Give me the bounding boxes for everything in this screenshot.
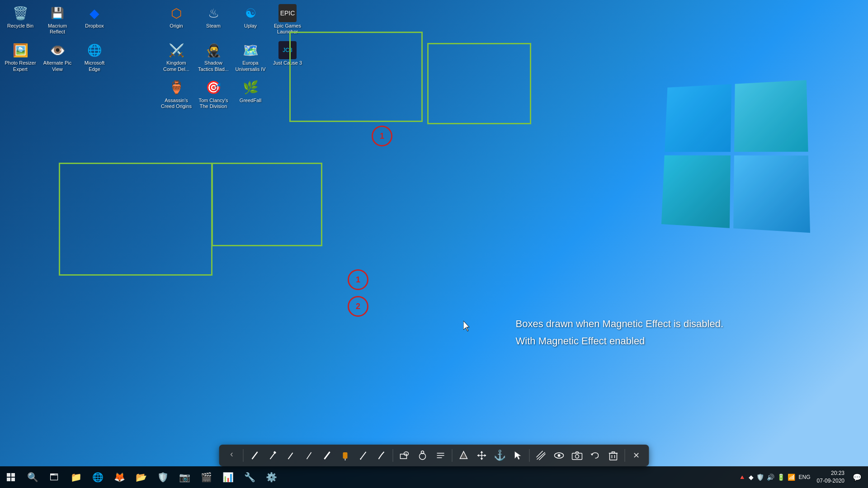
svg-point-30 [558, 454, 561, 457]
annotation-box-1b [427, 43, 531, 124]
divider-5 [625, 449, 625, 462]
toolbar-pen-3[interactable] [283, 447, 299, 464]
icon-alternate-pic[interactable]: 👁️ Alternate Pic View [39, 39, 75, 74]
toolbar-hatch[interactable] [533, 447, 549, 464]
svg-rect-7 [343, 452, 348, 459]
legend-text-1: Boxes drawn when Magnetic Effect is disa… [516, 318, 723, 330]
toolbar-pen-2[interactable] [265, 447, 281, 464]
toolbar-text-list[interactable] [433, 447, 449, 464]
svg-line-5 [307, 452, 311, 459]
toolbar-magnetic[interactable]: ⚓ [492, 447, 508, 464]
tray-icon-battery[interactable]: 🔋 [777, 474, 785, 481]
taskbar-app1[interactable]: 📷 [174, 466, 195, 488]
icon-tom-clancys[interactable]: 🎯 Tom Clancy's The Division [195, 77, 231, 111]
tray-icons: 🔺 ◆ 🛡️ 🔊 🔋 📶 [738, 474, 795, 481]
taskbar-app4[interactable]: 🔧 [239, 466, 260, 488]
desktop-icons-mid: ⬡ Origin ♨ Steam ☯ Uplay EPIC Epic Games… [158, 2, 306, 114]
divider-2 [393, 449, 393, 462]
taskbar-app2[interactable]: 🎬 [195, 466, 217, 488]
drawing-toolbar: › [219, 445, 649, 466]
divider-1 [243, 449, 244, 462]
icon-microsoft-edge[interactable]: 🌐 Microsoft Edge [76, 39, 113, 74]
tray-icon-sound[interactable]: 🔊 [767, 474, 774, 481]
svg-marker-22 [481, 458, 483, 460]
toolbar-undo[interactable] [587, 447, 604, 464]
desktop-icons-left: 🗑️ Recycle Bin 💾 Macrium Reflect ◆ Dropb… [2, 2, 113, 74]
toolbar-pen-1[interactable] [247, 447, 263, 464]
system-clock[interactable]: 20:23 07-09-2020 [814, 469, 847, 485]
toolbar-pen-6[interactable] [355, 447, 372, 464]
icon-photo-resizer[interactable]: 🖼️ Photo Resizer Expert [2, 39, 38, 74]
svg-line-10 [360, 459, 361, 460]
taskbar-antivirus[interactable]: 🛡️ [152, 466, 174, 488]
tray-icon-shield[interactable]: 🛡️ [756, 474, 764, 481]
taskbar-edge[interactable]: 🌐 [87, 466, 108, 488]
icon-uplay[interactable]: ☯ Uplay [232, 2, 269, 37]
svg-rect-39 [11, 473, 15, 477]
taskbar-folder[interactable]: 📂 [130, 466, 152, 488]
icon-dropbox[interactable]: ◆ Dropbox [76, 2, 113, 37]
svg-line-4 [288, 453, 293, 459]
start-button[interactable] [0, 466, 22, 488]
icon-assassins-creed[interactable]: 🏺 Assassin's Creed Origins [158, 77, 194, 111]
toolbar-eye[interactable] [551, 447, 567, 464]
icon-recycle-bin[interactable]: 🗑️ Recycle Bin [2, 2, 38, 37]
svg-rect-34 [610, 453, 617, 460]
annotation-box-1a [289, 32, 423, 122]
taskbar-tray: 🔺 ◆ 🛡️ 🔊 🔋 📶 ENG 20:23 07-09-2020 💬 [738, 469, 868, 485]
toolbar-pen-7[interactable] [373, 447, 390, 464]
toolbar-arrow-prev[interactable]: › [224, 447, 240, 464]
tray-icon-wifi[interactable]: 📶 [788, 474, 795, 481]
taskbar: 🔍 🗔 📁 🌐 🦊 📂 🛡️ 📷 🎬 📊 🔧 ⚙️ 🔺 ◆ 🛡️ 🔊 🔋 📶 E… [0, 466, 868, 488]
icon-kingdom-come[interactable]: ⚔️ Kingdom Come Del... [158, 39, 194, 74]
svg-rect-41 [11, 478, 15, 481]
toolbar-move[interactable] [474, 447, 490, 464]
svg-rect-31 [572, 453, 582, 460]
tray-icon-network[interactable]: 🔺 [738, 474, 746, 481]
divider-3 [452, 449, 453, 462]
svg-line-6 [325, 452, 330, 459]
svg-point-32 [576, 455, 579, 458]
toolbar-pen-4[interactable] [301, 447, 317, 464]
svg-rect-11 [401, 454, 407, 459]
toolbar-fill[interactable] [456, 447, 472, 464]
svg-rect-38 [7, 473, 10, 477]
taskbar-firefox[interactable]: 🦊 [108, 466, 130, 488]
icon-europa[interactable]: 🗺️ Europa Universalis IV [232, 39, 269, 74]
taskbar-app3[interactable]: 📊 [217, 466, 239, 488]
svg-marker-25 [515, 451, 521, 460]
taskbar-app5[interactable]: ⚙️ [260, 466, 282, 488]
svg-marker-33 [591, 454, 594, 455]
tray-notification[interactable]: 💬 [851, 473, 863, 482]
taskbar-pinned-icons: 🔍 🗔 📁 🌐 🦊 📂 🛡️ 📷 🎬 📊 🔧 ⚙️ [22, 466, 738, 488]
taskbar-file-explorer[interactable]: 📁 [65, 466, 87, 488]
legend-item-1: Boxes drawn when Magnetic Effect is disa… [482, 318, 723, 330]
legend-text-2: With Magnetic Effect enabled [516, 335, 645, 347]
icon-shadow-tactics[interactable]: 🥷 Shadow Tactics Blad... [195, 39, 231, 74]
divider-4 [529, 449, 530, 462]
svg-marker-23 [477, 454, 479, 457]
icon-origin[interactable]: ⬡ Origin [158, 2, 194, 37]
toolbar-close[interactable]: ✕ [628, 447, 645, 464]
svg-line-28 [537, 451, 543, 457]
annotation-box-2b [212, 163, 322, 246]
taskbar-search[interactable]: 🔍 [22, 466, 43, 488]
icon-greedfall[interactable]: 🌿 GreedFall [232, 77, 269, 111]
svg-marker-24 [485, 454, 486, 457]
circle-1-main: 1 [372, 126, 392, 146]
svg-marker-18 [460, 451, 467, 459]
tray-icon-dropbox[interactable]: ◆ [749, 474, 754, 481]
toolbar-camera[interactable] [569, 447, 585, 464]
toolbar-shapes-group[interactable] [396, 447, 413, 464]
icon-macrium-reflect[interactable]: 💾 Macrium Reflect [39, 2, 75, 37]
toolbar-pen-5[interactable] [319, 447, 335, 464]
svg-rect-40 [7, 478, 10, 481]
taskbar-task-view[interactable]: 🗔 [43, 466, 65, 488]
icon-steam[interactable]: ♨ Steam [195, 2, 231, 37]
toolbar-pointer[interactable] [510, 447, 526, 464]
toolbar-circle-select[interactable] [415, 447, 431, 464]
svg-line-1 [252, 452, 258, 459]
tray-language[interactable]: ENG [799, 474, 811, 480]
toolbar-delete[interactable] [605, 447, 622, 464]
toolbar-highlighter[interactable] [337, 447, 354, 464]
